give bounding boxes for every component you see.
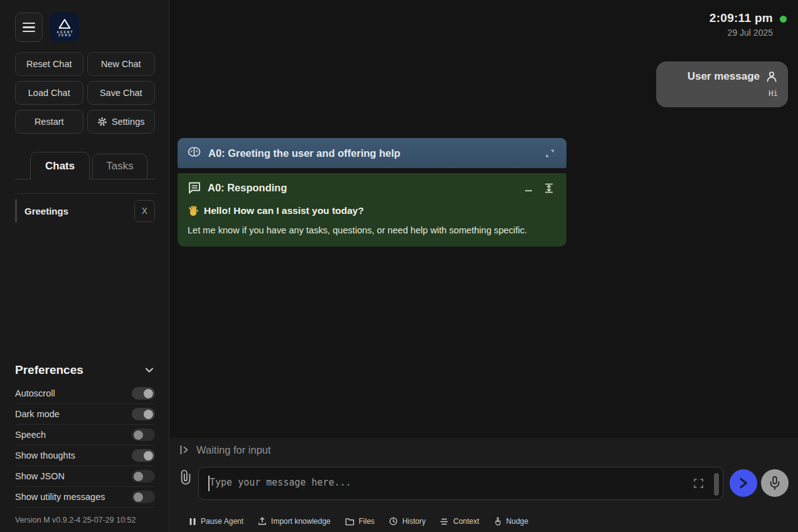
import-knowledge-button[interactable]: Import knowledge (258, 517, 331, 526)
load-chat-button[interactable]: Load Chat (15, 81, 83, 105)
preferences-title: Preferences (15, 363, 83, 377)
attach-file-button[interactable] (179, 469, 193, 486)
input-scrollbar[interactable] (714, 473, 719, 496)
sidebar: AGENT ZERO Reset Chat New Chat Load Chat… (0, 0, 169, 532)
upload-icon (258, 517, 267, 526)
paperclip-icon (179, 469, 193, 486)
show-utility-toggle[interactable] (132, 491, 155, 503)
pause-icon (189, 518, 196, 526)
speech-toggle[interactable] (132, 428, 155, 441)
expand-vertical-icon (543, 183, 555, 194)
pref-row-show-utility: Show utility messages (15, 487, 155, 508)
agent-zero-logo: AGENT ZERO (50, 13, 79, 42)
pref-row-speech: Speech (15, 425, 155, 445)
waiting-input-icon (179, 444, 190, 456)
microphone-button[interactable] (761, 469, 789, 497)
chat-list: Greetings X (15, 193, 155, 224)
fullscreen-icon (693, 478, 704, 489)
message-input-wrap (198, 467, 723, 500)
response-body-text: Let me know if you have any tasks, quest… (188, 225, 556, 235)
agent-topic-message: A0: Greeting the user and offering help (178, 138, 567, 168)
restart-button[interactable]: Restart (15, 110, 83, 134)
chat-list-item-greetings[interactable]: Greetings X (15, 198, 155, 224)
pause-agent-button[interactable]: Pause Agent (189, 517, 243, 526)
clock-widget: 2:09:11 pm 29 Jul 2025 (710, 11, 787, 38)
brain-icon (187, 146, 201, 160)
microphone-icon (768, 476, 782, 491)
hamburger-icon (23, 23, 35, 24)
current-time: 2:09:11 pm (710, 11, 773, 25)
agent-status: Waiting for input (179, 444, 271, 456)
files-button[interactable]: Files (345, 517, 375, 526)
preferences-header[interactable]: Preferences (15, 361, 155, 383)
user-message-bubble: User message Hi (656, 61, 788, 107)
sidebar-tabs: Chats Tasks (15, 152, 155, 179)
agent-response-title: A0: Responding (208, 182, 516, 194)
context-button[interactable]: Context (440, 517, 479, 526)
sidebar-header: AGENT ZERO (15, 13, 155, 42)
new-chat-button[interactable]: New Chat (87, 52, 156, 76)
reset-chat-button[interactable]: Reset Chat (15, 52, 83, 76)
composer: Waiting for input (170, 438, 798, 532)
chat-area: 2:09:11 pm 29 Jul 2025 User message Hi A… (170, 0, 798, 532)
message-icon (188, 181, 201, 194)
minimize-message-button[interactable] (522, 183, 535, 193)
expand-height-button[interactable] (541, 183, 556, 194)
folder-icon (345, 518, 354, 526)
pref-row-show-thoughts: Show thoughts (15, 445, 155, 466)
fullscreen-input-button[interactable] (693, 478, 704, 489)
user-message-text: Hi (666, 88, 778, 98)
settings-button[interactable]: Settings (87, 110, 156, 134)
autoscroll-toggle[interactable] (132, 387, 155, 400)
history-button[interactable]: History (389, 517, 425, 526)
pref-row-autoscroll: Autoscroll (15, 383, 155, 404)
connection-status-dot (780, 16, 787, 23)
agent-response-message: A0: Responding (178, 173, 567, 247)
preferences-section: Preferences Autoscroll Dark mode Speech … (15, 361, 155, 508)
dark-mode-toggle[interactable] (132, 408, 155, 420)
expand-diagonal-icon (545, 148, 555, 159)
triangle-logo-icon (58, 18, 71, 29)
waving-hand-icon (188, 205, 199, 216)
response-heading-text: Hello! How can I assist you today? (204, 205, 364, 216)
user-message-title: User message (688, 70, 760, 83)
chevron-down-icon (144, 364, 155, 376)
save-chat-button[interactable]: Save Chat (87, 81, 156, 105)
user-icon (765, 70, 778, 83)
agent-status-text: Waiting for input (196, 444, 271, 456)
agent-topic-title: A0: Greeting the user and offering help (208, 147, 536, 159)
tab-tasks[interactable]: Tasks (92, 154, 147, 179)
gear-icon (97, 117, 107, 127)
nudge-button[interactable]: Nudge (494, 517, 528, 526)
pointer-hand-icon (494, 517, 502, 526)
sidebar-actions: Reset Chat New Chat Load Chat Save Chat … (15, 52, 155, 134)
expand-message-button[interactable] (543, 148, 557, 159)
message-input[interactable] (199, 467, 723, 499)
text-caret (208, 476, 210, 491)
logo-text: AGENT ZERO (55, 31, 73, 37)
pref-row-show-json: Show JSON (15, 466, 155, 487)
minimize-icon (524, 183, 533, 193)
pref-row-dark-mode: Dark mode (15, 404, 155, 425)
chat-item-accent (15, 199, 17, 223)
show-json-toggle[interactable] (132, 470, 155, 482)
menu-button[interactable] (15, 13, 43, 42)
chat-item-label: Greetings (24, 206, 134, 216)
send-button[interactable] (730, 469, 757, 497)
version-label: Version M v0.9.2-4 25-07-29 10:52 (15, 516, 155, 524)
context-lines-icon (440, 518, 449, 526)
history-icon (389, 517, 398, 526)
tab-chats[interactable]: Chats (30, 152, 90, 179)
close-chat-button[interactable]: X (134, 200, 155, 222)
show-thoughts-toggle[interactable] (132, 449, 155, 462)
composer-toolbar: Pause Agent Import knowledge Files (189, 517, 528, 526)
send-arrow-icon (737, 476, 750, 490)
current-date: 29 Jul 2025 (710, 28, 773, 38)
